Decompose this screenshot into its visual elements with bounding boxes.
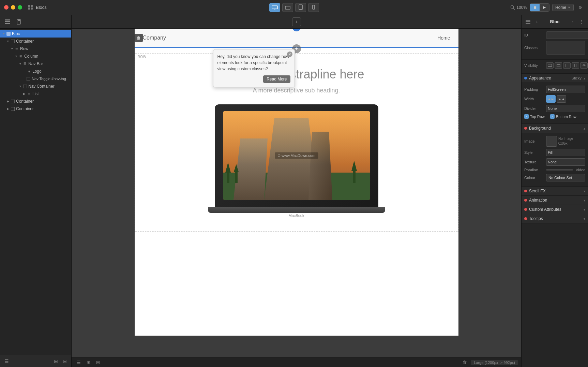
page-selector[interactable]: Home ▼: [552, 4, 574, 11]
colour-picker-btn[interactable]: No Colour Set: [546, 174, 585, 181]
tree-item-navcontainer[interactable]: ▾ Nav Container: [0, 83, 71, 90]
pages-icon[interactable]: [14, 18, 24, 26]
hamburger-icon[interactable]: ☰: [3, 357, 10, 365]
vis-tablet-p-icon: [566, 64, 568, 67]
classes-textarea[interactable]: [546, 41, 585, 55]
parallax-slider[interactable]: [546, 169, 573, 171]
vis-mobile-icon: [574, 64, 576, 67]
layers-icon[interactable]: [3, 18, 12, 26]
navcontainer-svg: [23, 85, 27, 88]
vis-eye-btn[interactable]: 👁: [580, 62, 588, 69]
read-more-btn[interactable]: Read More: [263, 75, 290, 83]
divider-row: Divider None Line Shadow: [524, 105, 585, 112]
divider-select[interactable]: None Line Shadow: [546, 105, 585, 112]
add-above-btn[interactable]: +: [292, 29, 301, 31]
tree-toggle-column[interactable]: ▾: [14, 54, 18, 59]
panel-plus-icon[interactable]: +: [533, 18, 541, 26]
add-bloc-btn[interactable]: ⊞: [52, 357, 60, 365]
svg-rect-19: [23, 85, 27, 88]
status-columns-icon[interactable]: ⊟: [94, 359, 102, 366]
device-tablet-landscape-btn[interactable]: [282, 3, 293, 12]
tree-item-column[interactable]: ▾ ⊞ Column: [0, 53, 71, 60]
tree-toggle-container2[interactable]: ▶: [5, 99, 10, 104]
scroll-fx-section-header[interactable]: Scroll FX ▾: [522, 187, 588, 196]
tree-item-bloc[interactable]: ▾ Bloc: [0, 30, 71, 38]
colour-row: Colour No Colour Set: [524, 174, 585, 181]
visibility-section: Visibility 👁: [522, 60, 588, 74]
tooltip-close-btn[interactable]: ✕: [287, 52, 292, 57]
image-preview-btn[interactable]: [546, 136, 557, 147]
tree-toggle-row[interactable]: ▾: [10, 46, 14, 51]
animation-section-header[interactable]: Animation ▾: [522, 196, 588, 205]
svg-marker-25: [308, 132, 332, 200]
panel-export-icon[interactable]: ↑: [569, 18, 576, 26]
watermark: ⊙ www.MacDown.com: [275, 152, 318, 159]
status-menu-icon[interactable]: ☰: [75, 359, 82, 366]
tree-toggle-bloc[interactable]: ▾: [1, 31, 6, 36]
toprow-checkbox-row: Top Row: [524, 114, 545, 119]
toprow-checkbox[interactable]: [524, 114, 529, 119]
device-tablet-portrait-btn[interactable]: [295, 3, 306, 12]
appearance-section-header[interactable]: Appearance Sticky ▴: [522, 74, 588, 83]
add-bloc-canvas-btn[interactable]: +: [292, 17, 301, 26]
custom-attributes-section-header[interactable]: Custom Attributes ▾: [522, 205, 588, 214]
vis-md-btn[interactable]: [563, 62, 571, 69]
nav-delete-btn[interactable]: 🗑: [135, 34, 143, 42]
nav-home-link[interactable]: Home: [437, 35, 450, 41]
width-contract-btn[interactable]: ►◄: [557, 95, 566, 103]
background-section-header[interactable]: Background ▴: [522, 124, 588, 133]
panel-layers-icon[interactable]: [524, 18, 532, 26]
settings-icon[interactable]: ⚙: [576, 4, 584, 11]
tree-item-container3[interactable]: ▶ Container: [0, 105, 71, 113]
texture-select[interactable]: None: [546, 158, 585, 166]
page-name: Home: [555, 5, 566, 10]
svg-rect-2: [28, 8, 30, 10]
edit-mode-btn[interactable]: ◼: [530, 4, 540, 11]
vis-xl-btn[interactable]: [546, 62, 554, 69]
padding-select[interactable]: FullScreen None Small Medium Large: [546, 86, 585, 93]
toolbar-right: 100% ◼ ▶ Home ▼ ⚙: [510, 3, 584, 12]
id-input[interactable]: [546, 31, 588, 39]
tree-item-navtoggle[interactable]: ▾ Nav Toggle #nav-toggle: [0, 75, 71, 83]
tree-item-list[interactable]: ▶ ≡ List: [0, 90, 71, 98]
appearance-label: Appearance: [529, 76, 572, 80]
tablet-landscape-icon: [285, 5, 290, 10]
tree-toggle-navbar[interactable]: ▾: [18, 61, 22, 66]
tree-item-row[interactable]: ▾ ═ Row: [0, 45, 71, 53]
tree-toggle-list[interactable]: ▶: [22, 91, 27, 96]
topbottom-row: Top Row Bottom Row: [524, 114, 585, 119]
status-grid-icon[interactable]: ⊞: [85, 359, 92, 366]
maximize-button[interactable]: [18, 5, 22, 10]
vis-sm-btn[interactable]: [572, 62, 579, 69]
status-trash-icon[interactable]: 🗑: [461, 359, 468, 366]
bottomrow-checkbox-row: Bottom Row: [550, 114, 576, 119]
bottomrow-checkbox[interactable]: [550, 114, 555, 119]
delete-bloc-btn[interactable]: ⊟: [61, 357, 69, 365]
svg-rect-33: [526, 20, 530, 21]
panel-more-icon[interactable]: ⋮: [578, 18, 585, 26]
minimize-button[interactable]: [11, 5, 15, 10]
tree-item-logo[interactable]: ▾ ◈ Logo: [0, 68, 71, 75]
style-select[interactable]: Fill Fit Stretch Tile: [546, 149, 585, 156]
tree-toggle-container1[interactable]: ▾: [5, 39, 10, 44]
tree-toggle-navcontainer[interactable]: ▾: [18, 84, 22, 89]
tree-item-container1[interactable]: ▾ Container: [0, 38, 71, 45]
width-expand-btn[interactable]: ◄►: [546, 95, 556, 103]
svg-rect-29: [235, 171, 238, 183]
tree-label-navbar: Nav Bar: [28, 61, 43, 66]
tree-item-navbar[interactable]: ▾ ☰ Nav Bar: [0, 60, 71, 68]
tree-toggle-container3[interactable]: ▶: [5, 106, 10, 111]
right-panel: + Bloc ↑ ⋮ ID Classes Visibility: [521, 15, 588, 367]
tree-label-navtoggle: Nav Toggle #nav-toggle: [32, 77, 70, 81]
zoom-area: 100%: [510, 5, 527, 10]
preview-mode-btn[interactable]: ▶: [540, 4, 549, 11]
device-mobile-btn[interactable]: [308, 3, 319, 12]
tooltips-section-header[interactable]: Tooltips ▾: [522, 214, 588, 223]
tree-item-container2[interactable]: ▶ Container: [0, 98, 71, 105]
close-button[interactable]: [4, 5, 9, 10]
svg-rect-6: [285, 6, 290, 9]
bloc-icon: [6, 31, 11, 36]
device-desktop-btn[interactable]: [269, 3, 280, 12]
layers-svg: [5, 19, 10, 24]
vis-lg-btn[interactable]: [555, 62, 562, 69]
